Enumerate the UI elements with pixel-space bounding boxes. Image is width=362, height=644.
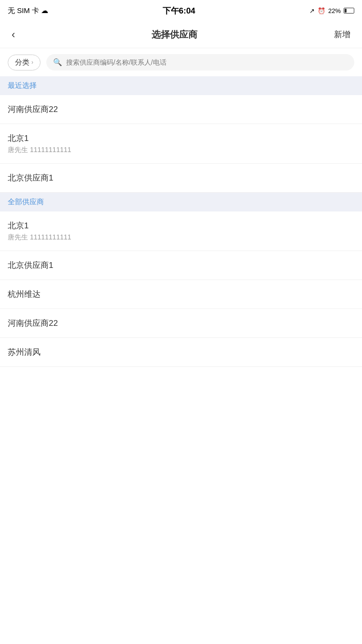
- all-section-header: 全部供应商: [0, 193, 362, 211]
- list-item[interactable]: 北京供应商1: [0, 251, 362, 280]
- list-item[interactable]: 北京1唐先生 11111111111: [0, 211, 362, 251]
- recent-list: 河南供应商22北京1唐先生 11111111111北京供应商1: [0, 95, 362, 193]
- nav-bar: ‹ 选择供应商 新增: [0, 21, 362, 48]
- recent-section-label: 最近选择: [8, 81, 37, 89]
- chevron-right-icon: ›: [31, 59, 33, 66]
- battery-icon: [344, 8, 354, 14]
- list-item[interactable]: 苏州清风: [0, 338, 362, 367]
- category-label: 分类: [15, 58, 29, 67]
- all-list: 北京1唐先生 11111111111北京供应商1杭州维达河南供应商22苏州清风: [0, 211, 362, 367]
- status-left: 无 SIM 卡 ☁: [8, 6, 48, 15]
- alarm-icon: ⏰: [318, 7, 325, 14]
- battery-percent: 22%: [328, 7, 341, 14]
- category-filter[interactable]: 分类 ›: [8, 55, 41, 70]
- back-button[interactable]: ‹: [8, 25, 19, 45]
- item-contact: 唐先生 11111111111: [8, 233, 354, 242]
- status-bar: 无 SIM 卡 ☁ 下午6:04 ↗ ⏰ 22%: [0, 0, 362, 21]
- list-item[interactable]: 杭州维达: [0, 280, 362, 309]
- item-name: 河南供应商22: [8, 104, 354, 115]
- location-icon: ↗: [309, 7, 315, 14]
- status-right: ↗ ⏰ 22%: [309, 7, 354, 14]
- item-name: 苏州清风: [8, 347, 354, 358]
- search-bar: 🔍: [46, 54, 354, 70]
- item-name: 北京供应商1: [8, 260, 354, 271]
- item-name: 北京1: [8, 133, 354, 144]
- all-section-label: 全部供应商: [8, 197, 44, 206]
- item-name: 北京1: [8, 220, 354, 231]
- recent-section-header: 最近选择: [0, 76, 362, 95]
- item-name: 杭州维达: [8, 289, 354, 300]
- list-item[interactable]: 北京1唐先生 11111111111: [0, 124, 362, 164]
- list-item[interactable]: 北京供应商1: [0, 164, 362, 193]
- item-name: 北京供应商1: [8, 172, 354, 183]
- filter-bar: 分类 › 🔍: [0, 48, 362, 76]
- search-icon: 🔍: [53, 58, 62, 67]
- status-time: 下午6:04: [163, 5, 195, 16]
- search-input[interactable]: [66, 58, 348, 66]
- item-name: 河南供应商22: [8, 318, 354, 329]
- sim-label: 无 SIM 卡 ☁: [8, 6, 48, 15]
- item-contact: 唐先生 11111111111: [8, 146, 354, 154]
- page-title: 选择供应商: [152, 28, 197, 41]
- add-button[interactable]: 新增: [330, 25, 354, 44]
- list-item[interactable]: 河南供应商22: [0, 95, 362, 124]
- list-item[interactable]: 河南供应商22: [0, 309, 362, 338]
